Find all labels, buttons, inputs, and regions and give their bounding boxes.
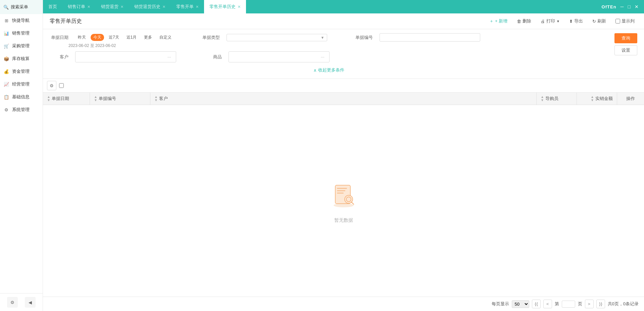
tab-close-sales-return[interactable]: ✕ [120, 5, 123, 9]
sidebar-item-quick-nav[interactable]: ⊞快捷导航 [0, 14, 43, 27]
sidebar-item-purchase-mgmt[interactable]: 🛒采购管理 [0, 40, 43, 52]
empty-text: 暂无数据 [334, 217, 353, 223]
tab-close-retail-open[interactable]: ✕ [196, 5, 199, 9]
sidebar-icon-quick-nav: ⊞ [3, 17, 9, 23]
tab-close-sales-order[interactable]: ✕ [87, 5, 90, 9]
collapse-btn[interactable]: ∧ 收起更多条件 [50, 66, 608, 74]
delete-icon: 🗑 [517, 19, 521, 24]
tab-close-retail-history[interactable]: ✕ [238, 5, 241, 9]
filter-row-1: 单据日期 昨天 今天 近7天 近1月 更多 自定义 单据类型 ▼ 单据编号 [50, 33, 608, 42]
tab-retail-history[interactable]: 零售开单历史✕ [204, 0, 246, 13]
page-title: 零售开单历史 [50, 18, 82, 25]
th-action: 操作 [617, 93, 644, 104]
per-page-label: 每页显示 [492, 301, 509, 307]
filter-settings-button[interactable]: 设置 [614, 45, 637, 55]
sidebar-search-label: 搜索采单 [11, 4, 28, 10]
export-button[interactable]: ⬆ 导出 [566, 17, 586, 25]
date-opt-1month[interactable]: 近1月 [124, 34, 140, 41]
goods-input[interactable] [232, 53, 319, 61]
total-text: 共0页，0条记录 [608, 301, 639, 307]
display-cols-checkbox[interactable] [615, 19, 620, 23]
sidebar-icon-purchase-mgmt: 🛒 [3, 43, 9, 49]
main-content: 首页销售订单✕销货退货✕销货退货历史✕零售开单✕零售开单历史✕ OfTEn ─ … [43, 0, 644, 311]
svg-rect-4 [337, 193, 344, 194]
date-opt-7days[interactable]: 近7天 [106, 34, 122, 41]
tab-retail-open[interactable]: 零售开单✕ [171, 0, 204, 13]
sidebar-collapse-btn[interactable]: ◀ [25, 297, 36, 308]
th-sort-amount-icon: ▲▼ [591, 95, 594, 102]
sidebar-icon-operations-mgmt: 📈 [3, 81, 9, 87]
doc-type-select[interactable]: ▼ [227, 34, 327, 41]
sidebar-icon-stock-calc: 📦 [3, 56, 9, 62]
customer-dots[interactable]: ··· [165, 54, 173, 60]
tab-sales-order[interactable]: 销售订单✕ [62, 0, 96, 13]
per-page-select[interactable]: 50 100 200 [512, 300, 529, 308]
th-customer[interactable]: ▲▼ 客户 [150, 93, 537, 105]
goods-dots[interactable]: ··· [319, 54, 327, 60]
doc-type-label: 单据类型 [201, 35, 220, 41]
doc-number-label: 单据编号 [354, 35, 373, 41]
sidebar-item-operations-mgmt[interactable]: 📈经营管理 [0, 78, 43, 91]
sidebar-item-sales-mgmt[interactable]: 📊销售管理 [0, 27, 43, 40]
prev-page-btn[interactable]: ＜ [543, 300, 552, 308]
sidebar-icon-system-mgmt: ⚙ [3, 107, 9, 113]
date-opt-custom[interactable]: 自定义 [157, 34, 174, 41]
svg-line-7 [351, 202, 354, 204]
date-opt-today[interactable]: 今天 [91, 34, 104, 41]
toolbar: ＋ + 新增 🗑 删除 🖨 打印 ▼ ⬆ 导出 ↻ 刷新 显示 [487, 17, 637, 25]
filter-row-2: 客户 ··· 商品 ··· [50, 51, 608, 62]
tab-bar-right: OfTEn ─ □ ✕ [602, 4, 644, 9]
tab-home[interactable]: 首页 [43, 0, 62, 13]
sidebar-item-system-mgmt[interactable]: ⚙系统管理 [0, 103, 43, 116]
svg-point-0 [334, 203, 354, 207]
th-number[interactable]: ▲▼ 单据编号 [90, 93, 150, 105]
refresh-button[interactable]: ↻ 刷新 [590, 17, 609, 25]
sidebar-icon-sales-mgmt: 📊 [3, 30, 9, 36]
print-button[interactable]: 🖨 打印 ▼ [538, 17, 562, 25]
page-label: 第 [555, 301, 559, 307]
minimize-btn[interactable]: ─ [621, 4, 624, 9]
next-page-btn[interactable]: ＞ [585, 300, 594, 308]
th-date[interactable]: ▲▼ 单据日期 [43, 93, 90, 105]
column-settings-btn[interactable]: ⚙ [47, 81, 56, 90]
sidebar-settings-btn[interactable]: ⚙ [7, 297, 18, 308]
doc-number-input[interactable] [380, 33, 480, 42]
last-page-btn[interactable]: ⟩⟩ [596, 300, 605, 308]
close-btn[interactable]: ✕ [635, 4, 639, 9]
date-options: 昨天 今天 近7天 近1月 更多 自定义 [75, 34, 174, 41]
date-opt-more[interactable]: 更多 [141, 34, 155, 41]
empty-illustration [327, 178, 360, 212]
query-button[interactable]: 查询 [614, 33, 637, 43]
sidebar-search[interactable]: 🔍 搜索采单 [0, 0, 43, 14]
sidebar-item-finance-mgmt[interactable]: 💰资金管理 [0, 65, 43, 78]
customer-label: 客户 [50, 54, 68, 60]
export-icon: ⬆ [569, 19, 573, 24]
th-guide[interactable]: ▲▼ 导购员 [537, 93, 577, 105]
tab-sales-return[interactable]: 销货退货✕ [96, 0, 129, 13]
add-button[interactable]: ＋ + 新增 [487, 17, 510, 25]
display-cols-toggle[interactable]: 显示列 [613, 17, 637, 25]
date-opt-yesterday[interactable]: 昨天 [75, 34, 89, 41]
customer-input[interactable] [78, 53, 165, 61]
tab-close-sales-return-history[interactable]: ✕ [162, 5, 165, 9]
page-number-input[interactable]: 1 [562, 301, 575, 308]
table-area: ⚙ ▲▼ 单据日期 ▲▼ 单据编号 ▲▼ 客户 ▲▼ 导购员 ▲▼ [43, 79, 644, 311]
maximize-btn[interactable]: □ [628, 4, 631, 9]
th-amount[interactable]: ▲▼ 实销金额 [577, 93, 617, 105]
sidebar-item-basic-info[interactable]: 📋基础信息 [0, 91, 43, 103]
sidebar-item-stock-calc[interactable]: 📦库存核算 [0, 52, 43, 65]
tab-sales-return-history[interactable]: 销货退货历史✕ [129, 0, 171, 13]
delete-button[interactable]: 🗑 删除 [514, 17, 534, 25]
goods-label: 商品 [203, 54, 222, 60]
settings-icon: ⚙ [10, 300, 14, 305]
first-page-btn[interactable]: ⟨⟨ [532, 300, 541, 308]
add-icon: ＋ [489, 18, 494, 24]
table-toolbar: ⚙ [43, 79, 644, 93]
page-suffix: 页 [578, 301, 582, 307]
doc-type-arrow-icon: ▼ [320, 36, 324, 40]
th-sort-guide-icon: ▲▼ [541, 95, 544, 102]
th-sort-customer-icon: ▲▼ [154, 95, 158, 102]
table-header: ▲▼ 单据日期 ▲▼ 单据编号 ▲▼ 客户 ▲▼ 导购员 ▲▼ 实销金额 操作 [43, 93, 644, 105]
sidebar-icon-basic-info: 📋 [3, 94, 9, 100]
select-all-checkbox[interactable] [59, 83, 64, 88]
